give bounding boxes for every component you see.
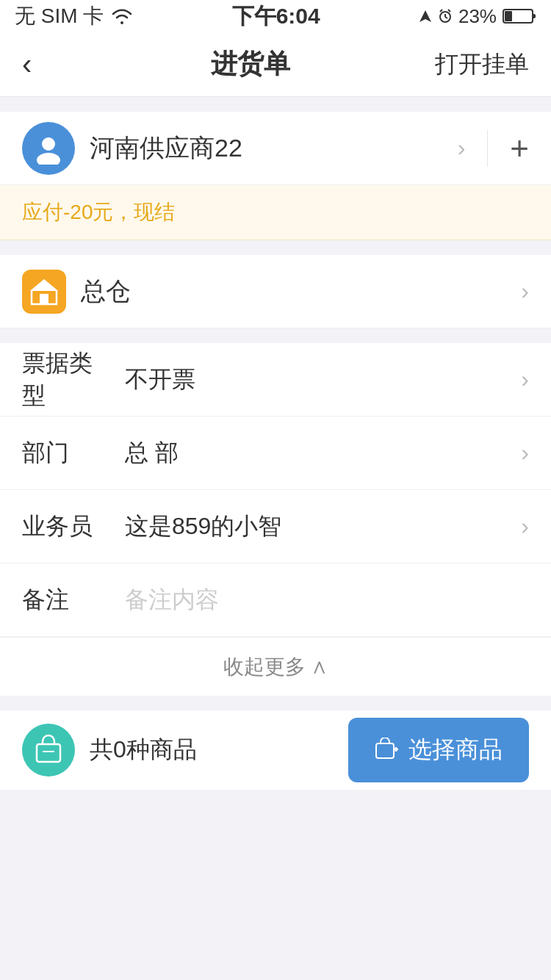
warehouse-icon bbox=[22, 270, 66, 314]
warehouse-name: 总仓 bbox=[81, 275, 521, 309]
remark-row[interactable]: 备注 备注内容 bbox=[0, 563, 551, 637]
background-fill bbox=[0, 790, 551, 980]
open-pending-button[interactable]: 打开挂单 bbox=[435, 48, 529, 81]
battery-icon bbox=[503, 7, 536, 25]
status-bar: 无 SIM 卡 下午6:04 23% bbox=[0, 0, 551, 32]
svg-point-9 bbox=[42, 137, 55, 151]
divider-3 bbox=[0, 328, 551, 343]
svg-line-4 bbox=[440, 10, 442, 12]
warehouse-chevron-icon: › bbox=[521, 278, 529, 305]
collapse-row[interactable]: 收起更多 ∧ bbox=[0, 637, 551, 696]
invoice-row[interactable]: 票据类型 不开票 › bbox=[0, 343, 551, 417]
svg-point-10 bbox=[37, 153, 60, 165]
back-button[interactable]: ‹ bbox=[22, 48, 66, 81]
supplier-row[interactable]: 河南供应商22 › + bbox=[0, 112, 551, 185]
person-icon bbox=[32, 132, 65, 165]
status-right: 23% bbox=[419, 5, 536, 28]
department-row[interactable]: 部门 总 部 › bbox=[0, 417, 551, 490]
svg-marker-0 bbox=[419, 10, 431, 22]
svg-rect-12 bbox=[40, 294, 48, 304]
product-icon bbox=[22, 724, 75, 777]
location-icon bbox=[419, 10, 432, 23]
collapse-label: 收起更多 ∧ bbox=[223, 653, 328, 681]
form-section: 票据类型 不开票 › 部门 总 部 › 业务员 这是859的小智 › 备注 备注… bbox=[0, 343, 551, 696]
status-time: 下午6:04 bbox=[232, 1, 320, 32]
select-product-label: 选择商品 bbox=[408, 734, 503, 766]
svg-rect-8 bbox=[533, 14, 536, 18]
supplier-chevron-icon: › bbox=[458, 134, 466, 162]
warehouse-row[interactable]: 总仓 › bbox=[0, 255, 551, 328]
department-value: 总 部 bbox=[110, 437, 521, 469]
shopping-bag-icon bbox=[32, 734, 65, 766]
supplier-section: 河南供应商22 › + 应付-20元，现结 bbox=[0, 112, 551, 240]
svg-rect-16 bbox=[376, 743, 394, 758]
salesperson-value: 这是859的小智 bbox=[110, 511, 521, 543]
nav-bar: ‹ 进货单 打开挂单 bbox=[0, 32, 551, 97]
alarm-icon bbox=[438, 9, 453, 24]
invoice-chevron-icon: › bbox=[521, 366, 529, 393]
bottom-bar: 共0种商品 选择商品 bbox=[0, 710, 551, 790]
add-product-icon bbox=[375, 738, 400, 763]
battery-percent: 23% bbox=[458, 5, 497, 28]
svg-rect-7 bbox=[505, 11, 512, 21]
salesperson-chevron-icon: › bbox=[521, 513, 529, 540]
svg-line-5 bbox=[448, 10, 450, 12]
house-icon bbox=[30, 278, 58, 306]
notice-text: 应付-20元，现结 bbox=[22, 201, 175, 223]
department-label: 部门 bbox=[22, 437, 110, 469]
salesperson-label: 业务员 bbox=[22, 511, 110, 543]
svg-line-3 bbox=[445, 17, 447, 18]
product-count: 共0种商品 bbox=[90, 734, 348, 766]
remark-label: 备注 bbox=[22, 584, 110, 616]
notice-bar: 应付-20元，现结 bbox=[0, 185, 551, 240]
remark-input[interactable]: 备注内容 bbox=[110, 584, 529, 616]
divider-2 bbox=[0, 240, 551, 255]
select-product-button[interactable]: 选择商品 bbox=[348, 718, 529, 782]
svg-rect-14 bbox=[37, 744, 60, 762]
invoice-label: 票据类型 bbox=[22, 347, 110, 412]
invoice-value: 不开票 bbox=[110, 364, 521, 396]
svg-marker-13 bbox=[30, 279, 58, 291]
supplier-avatar bbox=[22, 122, 75, 175]
department-chevron-icon: › bbox=[521, 439, 529, 466]
wifi-icon bbox=[111, 8, 133, 24]
supplier-name: 河南供应商22 bbox=[90, 131, 458, 165]
divider-1 bbox=[0, 97, 551, 112]
nav-title: 进货单 bbox=[211, 46, 290, 82]
divider-vertical bbox=[487, 130, 488, 167]
supplier-add-button[interactable]: + bbox=[510, 130, 529, 167]
salesperson-row[interactable]: 业务员 这是859的小智 › bbox=[0, 490, 551, 563]
status-carrier: 无 SIM 卡 bbox=[15, 2, 133, 30]
